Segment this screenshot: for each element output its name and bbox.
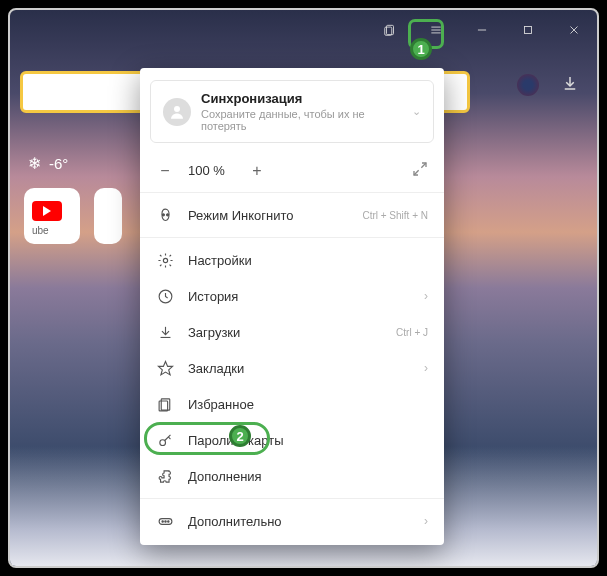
gear-icon	[156, 251, 174, 269]
fullscreen-button[interactable]	[412, 161, 428, 180]
star-icon	[156, 359, 174, 377]
svg-rect-1	[385, 27, 392, 35]
menu-hint: Ctrl + J	[396, 327, 428, 338]
sync-promo[interactable]: Синхронизация Сохраните данные, чтобы их…	[150, 80, 434, 143]
menu-item-favorites[interactable]: Избранное	[140, 386, 444, 422]
maximize-button[interactable]	[505, 10, 551, 50]
speed-dial-tile[interactable]: ube	[24, 188, 80, 244]
menu-label: Настройки	[188, 253, 428, 268]
incognito-icon	[156, 206, 174, 224]
menu-item-downloads[interactable]: Загрузки Ctrl + J	[140, 314, 444, 350]
bookmark-icon	[156, 395, 174, 413]
more-icon	[156, 512, 174, 530]
svg-point-27	[167, 520, 168, 521]
svg-point-16	[163, 258, 167, 262]
key-icon	[156, 431, 174, 449]
sync-title: Синхронизация	[201, 91, 402, 106]
tile-label: ube	[32, 225, 49, 236]
titlebar	[10, 10, 597, 50]
puzzle-icon	[156, 467, 174, 485]
separator	[140, 237, 444, 238]
menu-label: История	[188, 289, 410, 304]
main-menu: Синхронизация Сохраните данные, чтобы их…	[140, 68, 444, 545]
avatar-icon	[163, 98, 191, 126]
zoom-controls: − 100 % +	[140, 153, 444, 188]
menu-label: Избранное	[188, 397, 428, 412]
downloads-button[interactable]	[561, 74, 579, 96]
zoom-out-button[interactable]: −	[156, 162, 174, 180]
annotation-badge-2: 2	[229, 425, 251, 447]
menu-label: Закладки	[188, 361, 410, 376]
extension-icon[interactable]	[517, 74, 539, 96]
menu-item-more[interactable]: Дополнительно ›	[140, 503, 444, 539]
menu-label: Пароли и карты	[188, 433, 428, 448]
menu-label: Дополнительно	[188, 514, 410, 529]
svg-point-11	[174, 106, 180, 112]
menu-label: Режим Инкогнито	[188, 208, 348, 223]
weather-icon: ❄	[28, 154, 41, 173]
menu-item-passwords[interactable]: Пароли и карты	[140, 422, 444, 458]
svg-point-25	[161, 520, 162, 521]
annotation-badge-1: 1	[410, 38, 432, 60]
zoom-in-button[interactable]: +	[248, 162, 266, 180]
svg-point-15	[166, 213, 168, 215]
minimize-button[interactable]	[459, 10, 505, 50]
menu-item-history[interactable]: История ›	[140, 278, 444, 314]
svg-point-23	[159, 439, 165, 445]
svg-marker-20	[158, 361, 172, 374]
history-icon	[156, 287, 174, 305]
speed-dial-tile[interactable]	[94, 188, 122, 244]
weather-temp: -6°	[49, 155, 68, 172]
menu-item-incognito[interactable]: Режим Инкогнито Ctrl + Shift + N	[140, 197, 444, 233]
sync-subtitle: Сохраните данные, чтобы их не потерять	[201, 108, 402, 132]
chevron-right-icon: ›	[424, 289, 428, 303]
separator	[140, 192, 444, 193]
svg-point-26	[164, 520, 165, 521]
youtube-icon	[32, 201, 62, 221]
chevron-right-icon: ›	[424, 361, 428, 375]
zoom-value: 100 %	[188, 163, 234, 178]
close-button[interactable]	[551, 10, 597, 50]
svg-line-12	[421, 163, 426, 168]
menu-item-settings[interactable]: Настройки	[140, 242, 444, 278]
svg-rect-22	[159, 400, 168, 410]
browser-window: ❄ -6° ube Синхронизация Сохраните данные…	[8, 8, 599, 568]
collections-icon[interactable]	[367, 10, 413, 50]
menu-item-extensions[interactable]: Дополнения	[140, 458, 444, 494]
weather-widget[interactable]: ❄ -6°	[28, 154, 68, 173]
svg-point-14	[162, 213, 164, 215]
svg-rect-6	[525, 27, 532, 34]
download-icon	[156, 323, 174, 341]
menu-label: Загрузки	[188, 325, 382, 340]
menu-label: Дополнения	[188, 469, 428, 484]
menu-hint: Ctrl + Shift + N	[362, 210, 428, 221]
chevron-down-icon: ⌄	[412, 105, 421, 118]
menu-item-bookmarks[interactable]: Закладки ›	[140, 350, 444, 386]
svg-line-13	[414, 170, 419, 175]
separator	[140, 498, 444, 499]
chevron-right-icon: ›	[424, 514, 428, 528]
